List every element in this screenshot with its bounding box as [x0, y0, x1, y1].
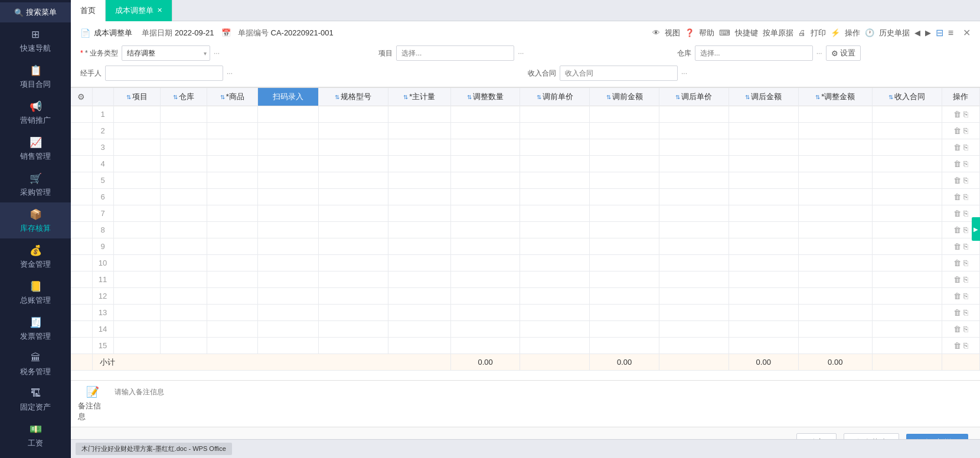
row-unit[interactable] — [388, 238, 450, 255]
row-product[interactable] — [207, 106, 258, 123]
col-scan[interactable]: 扫码录入 — [258, 88, 319, 106]
row-spec[interactable] — [318, 205, 388, 222]
row-after-amount[interactable] — [729, 305, 798, 321]
sidebar-item-fixed-assets[interactable]: 🏗 固定资产 — [0, 382, 71, 417]
row-after-amount[interactable] — [729, 321, 798, 338]
row-unit[interactable] — [388, 338, 450, 354]
row-unit[interactable] — [388, 222, 450, 238]
row-project[interactable] — [113, 222, 160, 238]
row-unit[interactable] — [388, 172, 450, 189]
warehouse-input[interactable] — [695, 45, 813, 61]
row-unit[interactable] — [388, 205, 450, 222]
row-copy-icon[interactable]: ⎘ — [963, 176, 968, 185]
row-after-unit-price[interactable] — [659, 106, 729, 123]
row-unit[interactable] — [388, 271, 450, 288]
row-project[interactable] — [113, 305, 160, 321]
row-spec[interactable] — [318, 172, 388, 189]
row-scan[interactable] — [258, 123, 319, 139]
row-warehouse[interactable] — [160, 321, 207, 338]
row-scan[interactable] — [258, 305, 319, 321]
row-after-amount[interactable] — [729, 238, 798, 255]
row-income-contract[interactable] — [872, 305, 942, 321]
row-unit[interactable] — [388, 139, 450, 156]
row-qty[interactable] — [450, 338, 520, 354]
sidebar-item-marketing[interactable]: 📢 营销推广 — [0, 94, 71, 130]
row-prev-unit-price[interactable] — [520, 238, 590, 255]
row-after-unit-price[interactable] — [659, 271, 729, 288]
row-income-contract[interactable] — [872, 189, 942, 205]
row-spec[interactable] — [318, 156, 388, 172]
row-copy-icon[interactable]: ⎘ — [963, 159, 968, 168]
row-product[interactable] — [207, 222, 258, 238]
row-unit[interactable] — [388, 123, 450, 139]
row-warehouse[interactable] — [160, 271, 207, 288]
row-product[interactable] — [207, 321, 258, 338]
row-project[interactable] — [113, 189, 160, 205]
row-prev-amount[interactable] — [590, 106, 659, 123]
row-adjust-amount[interactable] — [798, 123, 872, 139]
row-adjust-amount[interactable] — [798, 189, 872, 205]
tab-home[interactable]: 首页 — [71, 0, 106, 21]
row-project[interactable] — [113, 271, 160, 288]
sidebar-item-payroll[interactable]: 💵 工资 — [0, 417, 71, 453]
row-delete-icon[interactable]: 🗑 — [953, 308, 961, 317]
row-project[interactable] — [113, 321, 160, 338]
row-prev-unit-price[interactable] — [520, 189, 590, 205]
row-unit[interactable] — [388, 189, 450, 205]
row-after-unit-price[interactable] — [659, 288, 729, 305]
row-prev-unit-price[interactable] — [520, 172, 590, 189]
row-delete-icon[interactable]: 🗑 — [953, 292, 961, 300]
row-after-unit-price[interactable] — [659, 238, 729, 255]
row-income-contract[interactable] — [872, 172, 942, 189]
row-qty[interactable] — [450, 305, 520, 321]
nav-right-icon[interactable]: ▶ — [925, 28, 931, 37]
row-warehouse[interactable] — [160, 338, 207, 354]
warehouse-dots[interactable]: ··· — [816, 49, 822, 57]
row-unit[interactable] — [388, 255, 450, 271]
row-qty[interactable] — [450, 255, 520, 271]
row-delete-icon[interactable]: 🗑 — [953, 126, 961, 135]
row-prev-unit-price[interactable] — [520, 139, 590, 156]
row-prev-amount[interactable] — [590, 238, 659, 255]
row-product[interactable] — [207, 271, 258, 288]
row-spec[interactable] — [318, 189, 388, 205]
row-spec[interactable] — [318, 123, 388, 139]
income-contract-input[interactable] — [560, 66, 678, 81]
row-after-unit-price[interactable] — [659, 305, 729, 321]
row-prev-amount[interactable] — [590, 255, 659, 271]
sidebar-item-sales[interactable]: 📈 销售管理 — [0, 130, 71, 166]
row-prev-unit-price[interactable] — [520, 338, 590, 354]
row-spec[interactable] — [318, 305, 388, 321]
row-spec[interactable] — [318, 222, 388, 238]
row-delete-icon[interactable]: 🗑 — [953, 143, 961, 152]
row-prev-unit-price[interactable] — [520, 205, 590, 222]
row-warehouse[interactable] — [160, 106, 207, 123]
row-after-amount[interactable] — [729, 106, 798, 123]
taskbar-item[interactable]: 木门行业好业财处理方案-墨红红.doc - WPS Office — [76, 443, 232, 455]
right-indicator[interactable]: ▶ — [972, 217, 980, 241]
row-scan[interactable] — [258, 189, 319, 205]
row-spec[interactable] — [318, 255, 388, 271]
row-income-contract[interactable] — [872, 238, 942, 255]
row-spec[interactable] — [318, 139, 388, 156]
row-delete-icon[interactable]: 🗑 — [953, 259, 961, 267]
sidebar-item-ledger[interactable]: 📒 总账管理 — [0, 274, 71, 310]
row-unit[interactable] — [388, 288, 450, 305]
row-prev-amount[interactable] — [590, 205, 659, 222]
row-copy-icon[interactable]: ⎘ — [963, 341, 968, 350]
row-after-unit-price[interactable] — [659, 172, 729, 189]
row-warehouse[interactable] — [160, 305, 207, 321]
tab-cost-adjust[interactable]: 成本调整单 ✕ — [106, 0, 172, 21]
sidebar-item-capital[interactable]: 💰 资金管理 — [0, 238, 71, 274]
row-adjust-amount[interactable] — [798, 106, 872, 123]
row-adjust-amount[interactable] — [798, 271, 872, 288]
row-after-amount[interactable] — [729, 288, 798, 305]
row-delete-icon[interactable]: 🗑 — [953, 242, 961, 251]
help-btn[interactable]: 帮助 — [699, 28, 714, 38]
row-product[interactable] — [207, 238, 258, 255]
row-income-contract[interactable] — [872, 139, 942, 156]
row-prev-amount[interactable] — [590, 222, 659, 238]
row-scan[interactable] — [258, 238, 319, 255]
row-prev-unit-price[interactable] — [520, 321, 590, 338]
row-prev-unit-price[interactable] — [520, 288, 590, 305]
